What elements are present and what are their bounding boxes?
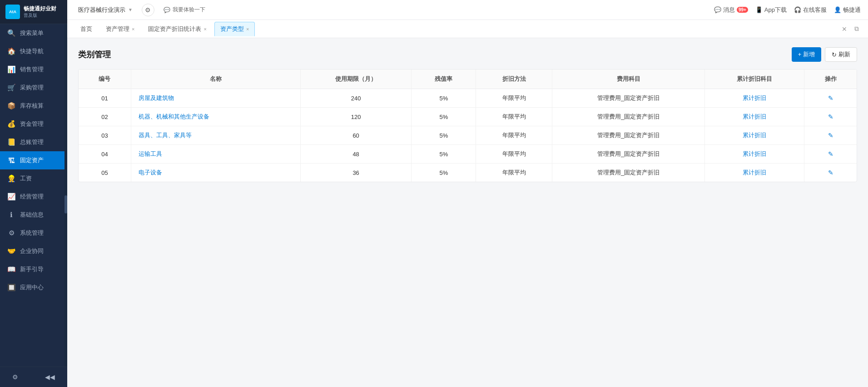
edit-button-row-3[interactable]: ✎ — [804, 145, 857, 164]
try-label: 我要体验一下 — [173, 6, 205, 14]
close-window-button[interactable]: ✕ — [840, 25, 849, 34]
tab-label-asset-mgmt: 资产管理 — [106, 25, 129, 33]
col-header-残值率: 残值率 — [412, 69, 476, 89]
sidebar-item-business[interactable]: 📈经营管理 — [0, 188, 67, 206]
sidebar-label-payroll: 工资 — [20, 174, 32, 183]
refresh-icon: ↻ — [832, 51, 837, 58]
try-experience-button[interactable]: 💬 我要体验一下 — [160, 4, 209, 15]
nav-icon-purchase: 🛒 — [7, 84, 15, 92]
sidebar-item-purchase[interactable]: 🛒采购管理 — [0, 79, 67, 97]
sidebar-item-enterprise[interactable]: 🤝企业协同 — [0, 242, 67, 260]
customer-service-button[interactable]: 🎧 在线客服 — [794, 6, 827, 14]
messages-label: 消息 — [723, 6, 735, 14]
collapse-button[interactable]: ◀◀ — [41, 371, 59, 383]
tab-asset-type[interactable]: 资产类型× — [214, 22, 255, 36]
refresh-label: 刷新 — [838, 50, 850, 59]
sidebar-item-inventory[interactable]: 📦库存核算 — [0, 97, 67, 115]
edit-button-row-1[interactable]: ✎ — [804, 108, 857, 126]
user-icon: 👤 — [834, 6, 841, 13]
table-row: 05电子设备365%年限平均管理费用_固定资产折旧累计折旧✎ — [79, 164, 857, 182]
new-button[interactable]: + 新增 — [792, 47, 821, 62]
main-area: 医疗器械行业演示 ▼ ⚙ 💬 我要体验一下 💬 消息 99+ 📱 App下载 🎧… — [67, 0, 868, 387]
nav-icon-fixed-assets: 🏗 — [7, 157, 15, 164]
col-header-编号: 编号 — [79, 69, 131, 89]
sidebar-label-fixed-assets: 固定资产 — [20, 156, 44, 164]
sidebar-label-ledger: 总账管理 — [20, 138, 44, 146]
content-area: 类别管理 + 新增 ↻ 刷新 编号名称使用期限（月）残值率折旧方法费用科目累计折… — [67, 38, 868, 387]
page-title: 类别管理 — [78, 49, 111, 60]
refresh-button[interactable]: ↻ 刷新 — [825, 47, 857, 62]
sidebar-label-basic-info: 基础信息 — [20, 211, 44, 219]
sidebar-label-business: 经营管理 — [20, 193, 44, 201]
nav-icon-business: 📈 — [7, 193, 15, 201]
col-header-名称: 名称 — [131, 69, 300, 89]
table-row: 03器具、工具、家具等605%年限平均管理费用_固定资产折旧累计折旧✎ — [79, 126, 857, 145]
sidebar-item-basic-info[interactable]: ℹ基础信息 — [0, 206, 67, 224]
tab-close-asset-mgmt[interactable]: × — [132, 26, 134, 32]
page-actions: + 新增 ↻ 刷新 — [792, 47, 857, 62]
nav-icon-app-center: 🔲 — [7, 283, 15, 292]
tab-asset-mgmt[interactable]: 资产管理× — [100, 22, 140, 36]
col-header-使用期限（月）: 使用期限（月） — [300, 69, 412, 89]
data-table: 编号名称使用期限（月）残值率折旧方法费用科目累计折旧科目操作 01房屋及建筑物2… — [78, 69, 857, 182]
sidebar-label-search: 搜索菜单 — [20, 29, 44, 37]
col-header-累计折旧科目: 累计折旧科目 — [705, 69, 804, 89]
sidebar: AtA 畅捷通好业财 普及版 🔍搜索菜单🏠快捷导航📊销售管理🛒采购管理📦库存核算… — [0, 0, 67, 387]
topbar-right: 💬 消息 99+ 📱 App下载 🎧 在线客服 👤 畅捷通 — [714, 6, 861, 14]
logo-icon: AtA — [5, 5, 20, 19]
tab-label-depreciation-table: 固定资产折旧统计表 — [148, 25, 201, 33]
nav-icon-guide: 📖 — [7, 265, 15, 273]
sidebar-label-enterprise: 企业协同 — [20, 247, 44, 255]
messages-button[interactable]: 💬 消息 99+ — [714, 6, 748, 14]
topbar: 医疗器械行业演示 ▼ ⚙ 💬 我要体验一下 💬 消息 99+ 📱 App下载 🎧… — [67, 0, 868, 20]
nav-icon-search: 🔍 — [7, 29, 15, 37]
download-icon: 📱 — [755, 6, 763, 13]
nav-icon-sales: 📊 — [7, 65, 15, 74]
settings-bottom-button[interactable]: ⚙ — [9, 371, 22, 383]
user-label: 畅捷通 — [843, 6, 861, 14]
sidebar-label-app-center: 应用中心 — [20, 283, 44, 292]
user-profile-button[interactable]: 👤 畅捷通 — [834, 6, 861, 14]
sidebar-item-funds[interactable]: 💰资金管理 — [0, 115, 67, 133]
settings-button[interactable]: ⚙ — [142, 4, 154, 16]
tab-depreciation-table[interactable]: 固定资产折旧统计表× — [142, 22, 212, 36]
sidebar-item-ledger[interactable]: 📒总账管理 — [0, 133, 67, 151]
sidebar-nav: 🔍搜索菜单🏠快捷导航📊销售管理🛒采购管理📦库存核算💰资金管理📒总账管理🏗固定资产… — [0, 24, 67, 367]
tab-home[interactable]: 首页 — [74, 22, 98, 36]
edit-button-row-0[interactable]: ✎ — [804, 89, 857, 108]
sidebar-label-purchase: 采购管理 — [20, 84, 44, 92]
tab-close-depreciation-table[interactable]: × — [203, 26, 206, 32]
messages-badge: 99+ — [737, 7, 748, 13]
col-header-操作: 操作 — [804, 69, 857, 89]
logo-name: 畅捷通好业财 — [24, 5, 56, 13]
edit-button-row-2[interactable]: ✎ — [804, 126, 857, 145]
app-logo: AtA 畅捷通好业财 普及版 — [0, 0, 67, 24]
sidebar-item-app-center[interactable]: 🔲应用中心 — [0, 278, 67, 297]
sidebar-item-sales[interactable]: 📊销售管理 — [0, 60, 67, 79]
gear-icon: ⚙ — [145, 6, 151, 14]
nav-icon-payroll: 👷 — [7, 174, 15, 183]
sidebar-item-search[interactable]: 🔍搜索菜单 — [0, 24, 67, 42]
sidebar-item-guide[interactable]: 📖新手引导 — [0, 260, 67, 278]
module-name: 医疗器械行业演示 — [78, 6, 125, 14]
sidebar-label-quick-nav: 快捷导航 — [20, 47, 44, 55]
sidebar-label-funds: 资金管理 — [20, 120, 44, 128]
sidebar-item-payroll[interactable]: 👷工资 — [0, 169, 67, 188]
page-header: 类别管理 + 新增 ↻ 刷新 — [78, 47, 857, 62]
module-selector[interactable]: 医疗器械行业演示 ▼ — [74, 4, 136, 16]
sidebar-label-inventory: 库存核算 — [20, 102, 44, 110]
edit-button-row-4[interactable]: ✎ — [804, 164, 857, 182]
sidebar-item-system[interactable]: ⚙系统管理 — [0, 224, 67, 242]
nav-icon-quick-nav: 🏠 — [7, 47, 15, 55]
tab-close-asset-type[interactable]: × — [246, 26, 249, 32]
app-download-button[interactable]: 📱 App下载 — [755, 6, 787, 14]
table-row: 01房屋及建筑物2405%年限平均管理费用_固定资产折旧累计折旧✎ — [79, 89, 857, 108]
chat-icon: 💬 — [164, 7, 170, 13]
tab-label-asset-type: 资产类型 — [220, 25, 244, 33]
service-icon: 🎧 — [794, 6, 801, 13]
maximize-window-button[interactable]: ⧉ — [853, 24, 861, 34]
sidebar-label-sales: 销售管理 — [20, 65, 44, 74]
sidebar-scrollbar[interactable] — [64, 24, 67, 367]
sidebar-item-quick-nav[interactable]: 🏠快捷导航 — [0, 42, 67, 60]
sidebar-item-fixed-assets[interactable]: 🏗固定资产 — [0, 151, 67, 169]
